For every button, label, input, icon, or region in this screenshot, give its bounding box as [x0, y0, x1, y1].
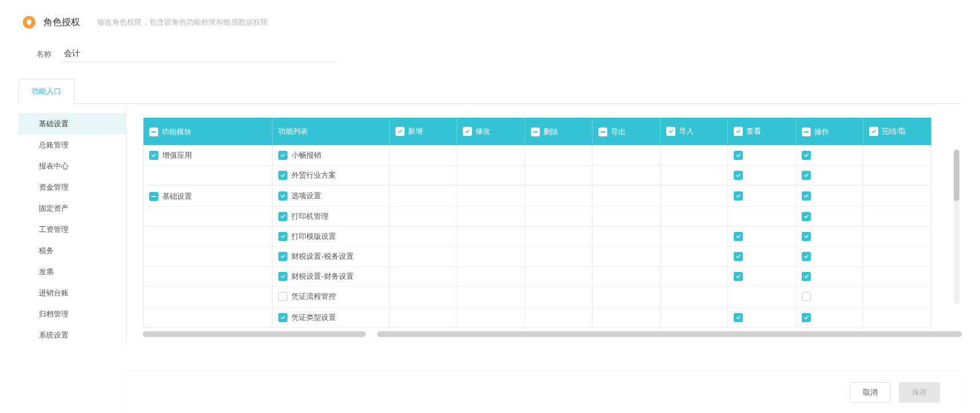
table-row: 打印模版设置: [143, 227, 931, 247]
checkbox[interactable]: [802, 232, 811, 241]
table-row: 外贸行业方案: [143, 166, 931, 186]
module-cell: 增值应用: [143, 146, 273, 166]
checkbox[interactable]: [802, 171, 811, 180]
permission-cell: [457, 287, 525, 308]
shield-icon: [23, 16, 35, 29]
checkbox[interactable]: [149, 192, 158, 201]
column-header-label: 导出: [611, 127, 626, 137]
checkbox[interactable]: [278, 272, 287, 281]
checkbox[interactable]: [278, 252, 287, 261]
column-header-label: 查看: [746, 126, 761, 137]
permission-cell: [728, 166, 796, 186]
checkbox[interactable]: [802, 212, 811, 221]
permission-cell: [457, 146, 525, 166]
vertical-scrollbar[interactable]: [954, 150, 959, 304]
feature-cell: 选项设置: [273, 186, 390, 207]
checkbox[interactable]: [278, 191, 287, 201]
checkbox[interactable]: [802, 252, 811, 261]
sidebar-item[interactable]: 归档管理: [18, 303, 126, 324]
checkbox[interactable]: [278, 151, 287, 160]
checkbox[interactable]: [802, 191, 811, 201]
name-label: 名称: [37, 49, 51, 59]
checkbox[interactable]: [734, 151, 743, 160]
permission-cell: [795, 308, 863, 328]
checkbox[interactable]: [734, 252, 743, 261]
page-subtitle: 修改角色权限，包含该角色功能权限和敏感数据权限: [97, 17, 268, 27]
permission-cell: [389, 308, 457, 328]
feature-cell: 打印机管理: [273, 207, 390, 227]
checkbox[interactable]: [149, 127, 158, 137]
module-label: 增值应用: [162, 150, 192, 161]
checkbox[interactable]: [278, 171, 287, 180]
permission-cell: [593, 308, 661, 328]
checkbox[interactable]: [598, 127, 607, 137]
permission-cell: [593, 247, 661, 267]
horizontal-scrollbar-left[interactable]: [143, 331, 366, 337]
save-button[interactable]: 保存: [899, 382, 940, 403]
permission-cell: [660, 146, 728, 166]
sidebar-item[interactable]: 进销台账: [18, 282, 126, 303]
sidebar-item[interactable]: 总账管理: [18, 134, 126, 155]
checkbox[interactable]: [734, 127, 743, 136]
checkbox[interactable]: [278, 232, 287, 241]
permission-table: 功能模块功能列表新增修改删除导出导入查看操作完结/取 增值应用小畅报销外贸行业方…: [143, 118, 931, 328]
permission-cell: [525, 207, 593, 227]
permission-cell: [660, 267, 728, 287]
tab-function-entry[interactable]: 功能入口: [18, 79, 74, 104]
sidebar-item[interactable]: 系统设置: [18, 324, 126, 346]
checkbox[interactable]: [734, 171, 743, 180]
checkbox[interactable]: [666, 127, 675, 136]
sidebar-item[interactable]: 基础设置: [18, 113, 126, 134]
horizontal-scrollbar-right[interactable]: [377, 331, 962, 337]
table-row: 财税设置-税务设置: [143, 247, 931, 267]
permission-cell: [863, 166, 931, 186]
cancel-button[interactable]: 取消: [850, 382, 891, 403]
column-header: 删除: [525, 118, 593, 146]
checkbox[interactable]: [734, 191, 743, 201]
table-row: 打印机管理: [143, 207, 931, 227]
sidebar-item[interactable]: 报表中心: [18, 155, 126, 177]
permission-cell: [525, 146, 593, 166]
permission-cell: [863, 308, 931, 328]
sidebar-item[interactable]: 税务: [18, 240, 126, 261]
checkbox[interactable]: [149, 151, 158, 160]
checkbox[interactable]: [278, 212, 287, 221]
name-input[interactable]: [62, 46, 336, 62]
checkbox[interactable]: [734, 313, 743, 322]
permission-cell: [795, 287, 863, 308]
checkbox[interactable]: [869, 127, 878, 136]
checkbox[interactable]: [531, 127, 540, 137]
permission-cell: [593, 267, 661, 287]
sidebar-item[interactable]: 发票: [18, 261, 126, 282]
permission-cell: [660, 308, 728, 328]
table-row: 增值应用小畅报销: [143, 146, 931, 166]
checkbox[interactable]: [463, 127, 472, 136]
column-header: 查看: [728, 118, 796, 146]
feature-cell: 凭证流程管控: [273, 287, 390, 308]
checkbox[interactable]: [802, 272, 811, 281]
sidebar-item[interactable]: 工资管理: [18, 219, 126, 240]
permission-cell: [660, 166, 728, 186]
column-header-label: 操作: [814, 127, 829, 137]
permission-cell: [457, 207, 525, 227]
permission-cell: [593, 146, 661, 166]
sidebar-item[interactable]: 资金管理: [18, 177, 126, 198]
permission-cell: [457, 227, 525, 247]
checkbox[interactable]: [802, 127, 811, 137]
checkbox[interactable]: [734, 232, 743, 241]
column-header-label: 功能模块: [162, 127, 191, 137]
column-header: 完结/取: [863, 118, 931, 146]
module-label: 基础设置: [162, 191, 192, 202]
checkbox[interactable]: [395, 127, 405, 136]
checkbox[interactable]: [278, 313, 287, 322]
sidebar-item[interactable]: 固定资产: [18, 198, 126, 219]
checkbox[interactable]: [734, 272, 743, 281]
checkbox[interactable]: [802, 151, 811, 160]
module-cell: 基础设置: [143, 186, 273, 207]
permission-cell: [389, 166, 457, 186]
feature-label: 凭证类型设置: [291, 312, 336, 323]
checkbox[interactable]: [802, 292, 811, 301]
permission-cell: [660, 227, 728, 247]
checkbox[interactable]: [802, 313, 811, 322]
checkbox[interactable]: [278, 292, 287, 301]
